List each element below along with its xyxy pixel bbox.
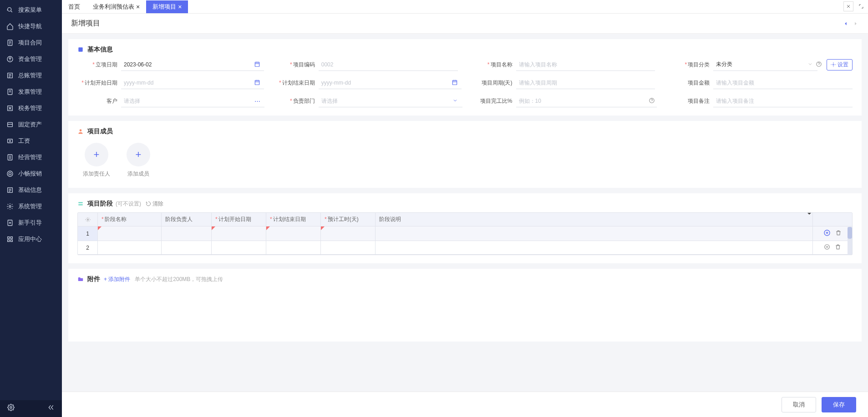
sidebar-item-biz[interactable]: 经营管理 [0, 149, 62, 166]
close-panel-icon[interactable] [843, 1, 853, 11]
tab-home[interactable]: 首页 [62, 0, 86, 13]
calendar-icon[interactable] [452, 79, 458, 87]
sidebar-item-nav[interactable]: 快捷导航 [0, 18, 62, 35]
section-hint: (可不设置) [116, 200, 141, 208]
tab-profit[interactable]: 业务利润预估表 × [86, 0, 146, 13]
project-name-input[interactable] [516, 58, 655, 71]
cell-start[interactable] [212, 241, 266, 255]
expense-icon [6, 170, 14, 177]
cell-end[interactable] [266, 241, 321, 255]
period-input[interactable] [516, 76, 655, 89]
sidebar-item-guide[interactable]: 新手引导 [0, 215, 62, 231]
insert-row-icon[interactable] [824, 244, 830, 251]
cell-owner[interactable] [162, 241, 212, 255]
chevron-down-icon[interactable] [452, 98, 458, 105]
sidebar-item-tax[interactable]: 税务管理 [0, 100, 62, 116]
plan-start-input[interactable] [121, 76, 264, 89]
sidebar-item-contract[interactable]: 项目合同 [0, 35, 62, 51]
cell-desc[interactable] [376, 226, 813, 241]
label: 项目编码 [275, 61, 315, 69]
dept-select[interactable] [319, 95, 462, 107]
sidebar-item-label: 搜索菜单 [18, 6, 42, 14]
sidebar-item-ledger[interactable]: 总账管理 [0, 67, 62, 84]
sidebar-item-search[interactable]: 搜索菜单 [0, 2, 62, 18]
sidebar-item-apps[interactable]: 应用中心 [0, 231, 62, 247]
customer-select[interactable] [121, 95, 264, 107]
cell-hours[interactable] [321, 226, 376, 241]
phases-card: 项目阶段 (可不设置) 清除 阶段名称 阶段负责人 计划开始日期 计划结束日期 … [68, 193, 862, 263]
project-class-select[interactable] [713, 58, 817, 71]
tab-new-project[interactable]: 新增项目 × [146, 0, 188, 13]
expand-icon[interactable] [856, 1, 866, 11]
sidebar-item-funds[interactable]: 资金管理 [0, 51, 62, 67]
header-name: 阶段名称 [98, 213, 162, 226]
project-code-input[interactable] [319, 58, 458, 71]
cell-desc[interactable] [376, 241, 813, 255]
help-icon[interactable] [816, 61, 822, 69]
sidebar-item-label: 项目合同 [18, 39, 42, 47]
field-project-name: 项目名称 [472, 58, 655, 71]
insert-row-icon[interactable] [823, 229, 831, 238]
sidebar-item-info[interactable]: 基础信息 [0, 182, 62, 198]
sidebar-item-system[interactable]: 系统管理 [0, 198, 62, 215]
sidebar-item-asset[interactable]: 固定资产 [0, 116, 62, 133]
header-settings[interactable] [78, 213, 98, 226]
amount-input[interactable] [713, 76, 853, 89]
row-number: 1 [78, 226, 98, 241]
content: 基本信息 立项日期 项目编码 项目名称 [62, 34, 868, 392]
section-title: 项目成员 [87, 127, 113, 136]
remark-input[interactable] [713, 95, 853, 107]
cancel-button[interactable]: 取消 [782, 397, 816, 412]
cell-owner[interactable] [162, 226, 212, 241]
biz-icon [6, 154, 14, 161]
sidebar-item-invoice[interactable]: 发票管理 [0, 84, 62, 100]
scrollbar[interactable] [848, 227, 852, 255]
sidebar-item-salary[interactable]: 工资 [0, 133, 62, 149]
cell-name[interactable] [98, 226, 162, 241]
svg-rect-28 [78, 202, 82, 203]
next-icon[interactable] [853, 20, 859, 27]
progress-input[interactable] [516, 95, 657, 107]
cell-end[interactable] [266, 226, 321, 241]
svg-point-23 [833, 64, 834, 65]
sidebar-item-label: 固定资产 [18, 121, 42, 129]
person-icon [77, 128, 84, 135]
field-project-date: 立项日期 [77, 58, 260, 71]
invoice-icon [6, 88, 14, 95]
settings-button[interactable]: 设置 [827, 59, 853, 70]
cell-hours[interactable] [321, 241, 376, 255]
members-row: + 添加责任人 + 添加成员 [77, 140, 853, 180]
plan-end-input[interactable] [319, 76, 462, 89]
cell-start[interactable] [212, 226, 266, 241]
project-date-input[interactable] [121, 58, 264, 71]
system-icon [6, 203, 14, 210]
settings-icon[interactable] [7, 404, 15, 412]
chevron-down-icon[interactable] [807, 61, 813, 68]
asset-icon [6, 121, 14, 128]
close-icon[interactable]: × [136, 0, 140, 13]
calendar-icon[interactable] [254, 79, 260, 87]
add-member-button[interactable]: + 添加成员 [127, 143, 150, 178]
clear-button[interactable]: 清除 [146, 200, 163, 208]
add-attachment-button[interactable]: + 添加附件 [104, 276, 130, 283]
collapse-icon[interactable] [47, 404, 55, 412]
delete-row-icon[interactable] [835, 230, 842, 237]
svg-point-30 [87, 219, 88, 220]
row-actions [813, 241, 852, 255]
save-button[interactable]: 保存 [822, 397, 856, 412]
help-icon[interactable] [649, 97, 655, 105]
add-owner-button[interactable]: + 添加责任人 [83, 143, 110, 178]
more-icon[interactable]: ⋯ [254, 98, 260, 105]
field-amount: 项目金额 [670, 76, 853, 89]
header-start: 计划开始日期 [212, 213, 266, 226]
table-row[interactable]: 2 [78, 241, 852, 255]
close-icon[interactable]: × [178, 0, 182, 13]
delete-row-icon[interactable] [835, 244, 841, 251]
calendar-icon[interactable] [254, 61, 260, 69]
prev-icon[interactable] [843, 20, 849, 27]
sidebar-item-expense[interactable]: 小畅报销 [0, 166, 62, 182]
label: 项目金额 [670, 79, 710, 87]
table-row[interactable]: 1 [78, 226, 852, 241]
main: 首页 业务利润预估表 × 新增项目 × 新增项目 [62, 0, 868, 417]
cell-name[interactable] [98, 241, 162, 255]
